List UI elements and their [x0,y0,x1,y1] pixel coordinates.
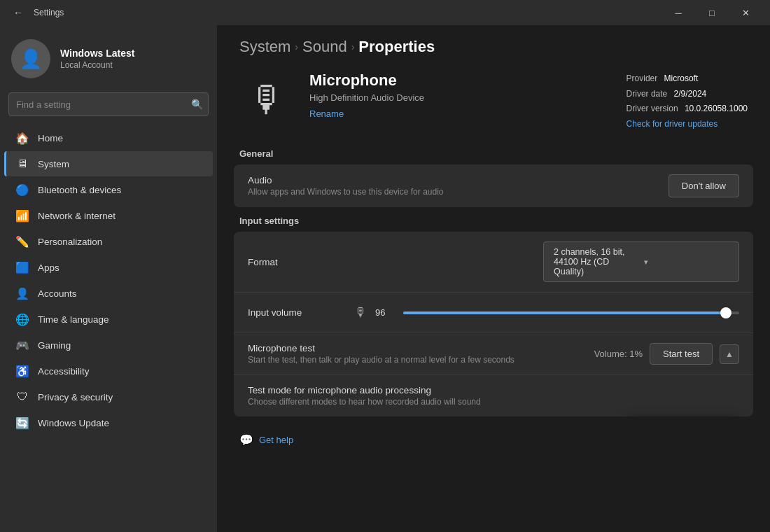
titlebar-title: Settings [34,8,662,18]
input-volume-row: Input volume 🎙 96 [234,293,753,333]
sidebar-item-accounts[interactable]: 👤 Accounts [4,281,213,306]
expand-icon[interactable]: ▲ [720,344,739,364]
breadcrumb-sound[interactable]: Sound [302,38,347,56]
audio-row: Audio Allow apps and Windows to use this… [234,164,753,207]
nav-label-bluetooth: Bluetooth & devices [38,185,121,195]
nav-icon-bluetooth: 🔵 [15,183,29,197]
breadcrumb-sep-1: › [295,41,298,52]
volume-percent: Volume: 1% [594,349,643,359]
get-help[interactable]: 💬 Get help [217,422,770,458]
close-button[interactable]: ✕ [729,0,762,25]
slider-thumb[interactable] [720,307,732,318]
search-icon: 🔍 [191,99,203,110]
audio-content: Audio Allow apps and Windows to use this… [248,175,668,197]
nav-label-accessibility: Accessibility [38,366,90,377]
sidebar-item-network[interactable]: 📶 Network & internet [4,203,213,228]
sidebar-item-time[interactable]: 🌐 Time & language [4,307,213,332]
test-mode-row: Test mode for microphone audio processin… [234,375,753,416]
main-layout: 👤 Windows Latest Local Account 🔍 🏠 Home🖥… [0,25,770,532]
search-input[interactable] [8,92,209,116]
nav-icon-windows-update: 🔄 [15,416,29,430]
general-card: Audio Allow apps and Windows to use this… [234,164,753,207]
sidebar-item-gaming[interactable]: 🎮 Gaming [4,332,213,358]
audio-sub: Allow apps and Windows to use this devic… [248,187,668,197]
microphone-icon: 🎙 [239,71,295,127]
driver-version-value: 10.0.26058.1000 [685,104,748,113]
mic-test-actions: Volume: 1% Start test ▲ [594,343,739,365]
provider-row: Provider Microsoft [626,71,748,87]
user-sub: Local Account [60,60,134,70]
user-name: Windows Latest [60,48,134,59]
format-row: Format 2 channels, 16 bit, 44100 Hz (CD … [234,232,753,293]
nav-label-personalization: Personalization [38,237,102,247]
search-box: 🔍 [8,92,209,116]
device-meta: Provider Microsoft Driver date 2/9/2024 … [626,71,748,132]
nav-label-windows-update: Windows Update [38,418,109,428]
audio-title: Audio [248,175,668,186]
start-test-button[interactable]: Start test [650,343,713,365]
breadcrumb-system[interactable]: System [239,38,290,56]
format-dropdown[interactable]: 2 channels, 16 bit, 44100 Hz (CD Quality… [543,241,739,282]
window-controls: ─ □ ✕ [662,0,762,25]
nav-label-network: Network & internet [38,211,115,221]
user-section: 👤 Windows Latest Local Account [0,25,217,90]
titlebar: ← Settings ─ □ ✕ [0,0,770,25]
format-action: 2 channels, 16 bit, 44100 Hz (CD Quality… [543,241,739,282]
nav-label-home: Home [38,133,63,144]
audio-action: Don't allow [668,174,739,197]
rename-link[interactable]: Rename [309,108,344,119]
device-info: Microphone High Definition Audio Device … [309,71,612,120]
minimize-button[interactable]: ─ [662,0,694,25]
test-mode-sub: Choose different modes to hear how recor… [248,397,739,407]
breadcrumb-properties: Properties [358,38,435,56]
mic-test-title: Microphone test [248,343,594,354]
sidebar-item-privacy[interactable]: 🛡 Privacy & security [4,384,213,410]
sidebar-item-accessibility[interactable]: ♿ Accessibility [4,358,213,384]
nav-label-privacy: Privacy & security [38,392,113,402]
volume-number: 96 [375,307,395,318]
help-icon: 💬 [239,433,253,447]
general-section-label: General [217,146,770,164]
chevron-down-icon: ▾ [644,258,729,267]
sidebar-item-apps[interactable]: 🟦 Apps [4,255,213,280]
back-button[interactable]: ← [8,3,28,22]
avatar: 👤 [11,39,50,78]
driver-date-value: 2/9/2024 [674,89,707,99]
nav-icon-privacy: 🛡 [15,390,29,404]
nav-icon-home: 🏠 [15,131,29,145]
sidebar-item-home[interactable]: 🏠 Home [4,125,213,150]
nav-label-system: System [38,159,69,169]
driver-date-label: Driver date [626,89,668,99]
driver-version-row: Driver version 10.0.26058.1000 [626,102,748,117]
sidebar-item-system[interactable]: 🖥 System [4,151,213,176]
volume-icon: 🎙 [354,305,367,320]
sidebar: 👤 Windows Latest Local Account 🔍 🏠 Home🖥… [0,25,217,532]
mic-test-content: Microphone test Start the test, then tal… [248,343,594,365]
nav-label-apps: Apps [38,262,59,273]
format-content: Format [248,257,543,267]
content-area: System › Sound › Properties 🎙 Microphone… [217,25,770,532]
sidebar-item-bluetooth[interactable]: 🔵 Bluetooth & devices [4,177,213,202]
nav-icon-gaming: 🎮 [15,338,29,352]
nav-icon-network: 📶 [15,209,29,223]
input-settings-label: Input settings [217,213,770,232]
sidebar-item-windows-update[interactable]: 🔄 Windows Update [4,410,213,435]
nav-icon-accessibility: ♿ [15,364,29,378]
nav-list: 🏠 Home🖥 System🔵 Bluetooth & devices📶 Net… [0,125,217,436]
dont-allow-button[interactable]: Don't allow [668,174,739,197]
device-header: 🎙 Microphone High Definition Audio Devic… [217,64,770,146]
driver-update-link[interactable]: Check for driver updates [626,119,718,129]
get-help-label: Get help [259,435,293,445]
mic-test-sub: Start the test, then talk or play audio … [248,355,594,365]
format-value: 2 channels, 16 bit, 44100 Hz (CD Quality… [554,247,638,276]
nav-label-time: Time & language [38,314,109,325]
input-settings-card: Format 2 channels, 16 bit, 44100 Hz (CD … [234,232,753,416]
sidebar-item-personalization[interactable]: ✏️ Personalization [4,229,213,254]
user-info: Windows Latest Local Account [60,48,134,70]
maximize-button[interactable]: □ [696,0,728,25]
volume-slider[interactable] [403,312,739,314]
nav-label-gaming: Gaming [38,340,71,351]
format-label: Format [248,257,543,267]
nav-icon-personalization: ✏️ [15,234,29,248]
breadcrumb: System › Sound › Properties [217,25,770,64]
